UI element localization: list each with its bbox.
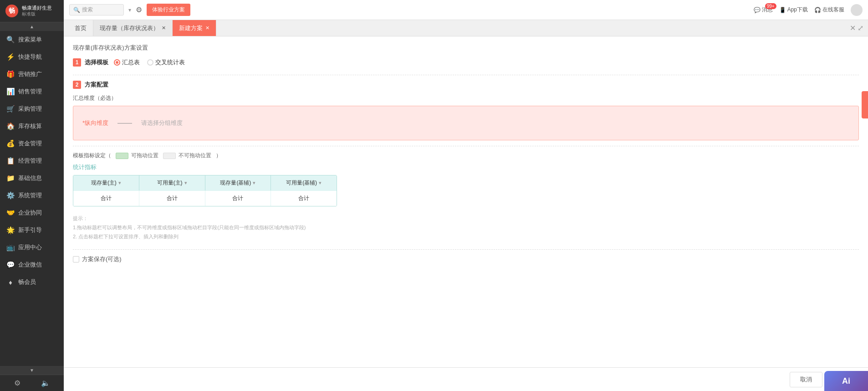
stats-col-header-2[interactable]: 现存量(基辅)▾ — [205, 175, 271, 190]
sidebar-item-13[interactable]: 💬企业微信 — [0, 256, 64, 273]
nav-icon-5: 🏠 — [6, 122, 15, 130]
sidebar-item-10[interactable]: 🤝企业协同 — [0, 204, 64, 221]
topbar-settings-icon[interactable]: ⚙ — [136, 5, 142, 14]
radio-summary[interactable]: 汇总表 — [114, 58, 140, 67]
tabbar: 首页 现存量（库存状况表） ✕ 新建方案 ✕ ✕ ⤢ — [64, 20, 868, 36]
sidebar-item-6[interactable]: 💰资金管理 — [0, 135, 64, 152]
stats-col-header-0[interactable]: 现存量(主)▾ — [73, 175, 139, 190]
app-version: 标准版 — [22, 11, 52, 17]
sidebar-item-3[interactable]: 📊销售管理 — [0, 83, 64, 100]
dimension-arrow: —— — [117, 119, 132, 127]
nav-icon-11: 🌟 — [6, 226, 15, 234]
sidebar-item-4[interactable]: 🛒采购管理 — [0, 100, 64, 118]
template-radio-group: 汇总表 交叉统计表 — [114, 58, 185, 67]
sidebar-item-7[interactable]: 📋经营管理 — [0, 152, 64, 170]
stats-col-header-3[interactable]: 可用量(基辅)▾ — [271, 175, 337, 190]
topbar: 🔍 搜索 ▾ ⚙ 体验行业方案 💬 消息 99+ 📱 App下载 🎧 在线客服 — [64, 0, 868, 20]
sidebar-item-9[interactable]: ⚙️系统管理 — [0, 187, 64, 204]
nav-label-14: 畅会员 — [18, 278, 36, 286]
nav-icon-1: ⚡ — [6, 53, 15, 61]
nav-label-4: 采购管理 — [18, 105, 42, 113]
settings-icon[interactable]: ⚙ — [14, 379, 20, 387]
search-box[interactable]: 🔍 搜索 — [69, 4, 124, 15]
nav-label-6: 资金管理 — [18, 139, 42, 148]
tab-home-label: 首页 — [75, 24, 87, 32]
nav-icon-4: 🛒 — [6, 105, 15, 113]
user-profile[interactable] — [851, 4, 863, 16]
search-icon: 🔍 — [73, 7, 80, 13]
trial-button[interactable]: 体验行业方案 — [147, 4, 190, 16]
tab-home[interactable]: 首页 — [68, 20, 93, 36]
nav-label-1: 快捷导航 — [18, 53, 42, 61]
sidebar-item-14[interactable]: ♦畅会员 — [0, 273, 64, 291]
radio-cross-label: 交叉统计表 — [155, 58, 185, 67]
nav-label-5: 库存核算 — [18, 122, 42, 130]
nav-icon-10: 🤝 — [6, 209, 15, 217]
messages-button[interactable]: 💬 消息 99+ — [754, 6, 773, 14]
tab-close-all-icon[interactable]: ✕ — [850, 24, 856, 32]
cancel-button[interactable]: 取消 — [790, 372, 822, 387]
indicator-settings-label: 模板指标设定（ 可拖动位置 不可拖动位置 ） — [73, 152, 859, 159]
user-avatar — [851, 4, 863, 16]
nav-icon-12: 📺 — [6, 243, 15, 252]
radio-cross-dot — [147, 59, 153, 66]
right-strip[interactable] — [862, 91, 868, 118]
tips-item2: 2. 点击标题栏下拉可设置排序、插入列和删除列 — [73, 234, 179, 239]
service-icon: 🎧 — [814, 7, 821, 13]
stats-cell-1: 合计 — [139, 191, 205, 206]
nav-label-3: 销售管理 — [18, 87, 42, 96]
step2-header: 2 方案配置 — [73, 81, 859, 89]
tab-inventory-close-icon[interactable]: ✕ — [162, 25, 166, 31]
save-scheme-checkbox[interactable] — [73, 256, 79, 262]
dimension-required-label: *纵向维度 — [82, 119, 108, 127]
sidebar-item-12[interactable]: 📺应用中心 — [0, 239, 64, 256]
sidebar-bottom: ⚙ 🔈 — [0, 375, 64, 391]
stats-cell-0: 合计 — [73, 191, 139, 206]
stats-col-label-0: 现存量(主) — [91, 179, 117, 187]
step2-section: 2 方案配置 汇总维度（必选） *纵向维度 —— 请选择分组维度 模板指标设定（ — [73, 81, 859, 241]
nav-label-12: 应用中心 — [18, 243, 42, 252]
sidebar-item-2[interactable]: 🎁营销推广 — [0, 66, 64, 83]
stats-cell-2: 合计 — [205, 191, 271, 206]
tab-new-plan-label: 新建方案 — [179, 24, 203, 32]
content-inner: 现存量(库存状况表)方案设置 1 选择模板 汇总表 交叉统计表 — [64, 36, 868, 367]
sidebar-scroll-down[interactable]: ▼ — [0, 366, 64, 375]
stats-table-header: 现存量(主)▾可用量(主)▾现存量(基辅)▾可用量(基辅)▾ — [73, 175, 337, 190]
nav-label-10: 企业协同 — [18, 209, 42, 217]
app-download-button[interactable]: 📱 App下载 — [779, 6, 808, 14]
nav-label-8: 基础信息 — [18, 174, 42, 182]
service-button[interactable]: 🎧 在线客服 — [814, 6, 844, 14]
sidebar-item-1[interactable]: ⚡快捷导航 — [0, 48, 64, 66]
legend-not-draggable-label: 不可拖动位置 — [179, 152, 211, 159]
tab-expand-icon[interactable]: ⤢ — [858, 24, 863, 32]
radio-summary-label: 汇总表 — [122, 58, 140, 67]
stats-col-label-3: 可用量(基辅) — [286, 179, 317, 187]
nav-label-13: 企业微信 — [18, 261, 42, 269]
sidebar-item-0[interactable]: 🔍搜索菜单 — [0, 31, 64, 48]
sidebar-item-11[interactable]: 🌟新手引导 — [0, 221, 64, 239]
ai-fab-button[interactable]: Ai — [824, 371, 868, 391]
tips-item1: 1.拖动标题栏可以调整布局，不可跨维度或指标区域拖动栏目字段(只能在同一维度或指… — [73, 225, 306, 230]
summary-dimension-label: 汇总维度（必选） — [73, 94, 859, 102]
step1-header: 1 选择模板 汇总表 交叉统计表 — [73, 58, 859, 67]
tab-inventory[interactable]: 现存量（库存状况表） ✕ — [93, 20, 173, 36]
sidebar-item-5[interactable]: 🏠库存核算 — [0, 118, 64, 135]
tips-title: 提示： — [73, 216, 88, 221]
nav-icon-14: ♦ — [6, 278, 15, 286]
tab-new-plan[interactable]: 新建方案 ✕ — [173, 20, 216, 36]
dimension-placeholder[interactable]: 请选择分组维度 — [141, 119, 183, 127]
tab-new-plan-close-icon[interactable]: ✕ — [205, 25, 209, 31]
nav-icon-8: 📁 — [6, 174, 15, 182]
legend-not-draggable-item: 不可拖动位置 — [163, 152, 211, 159]
main-area: 🔍 搜索 ▾ ⚙ 体验行业方案 💬 消息 99+ 📱 App下载 🎧 在线客服 — [64, 0, 868, 391]
sidebar-item-8[interactable]: 📁基础信息 — [0, 170, 64, 187]
nav-label-0: 搜索菜单 — [18, 36, 42, 44]
stats-col-header-1[interactable]: 可用量(主)▾ — [139, 175, 205, 190]
sidebar-scroll-up[interactable]: ▲ — [0, 22, 64, 31]
topbar-chevron-icon[interactable]: ▾ — [128, 7, 131, 13]
radio-cross[interactable]: 交叉统计表 — [147, 58, 185, 67]
footer-bar: 取消 查询 — [64, 367, 868, 391]
sound-icon[interactable]: 🔈 — [41, 379, 50, 387]
topbar-right: 💬 消息 99+ 📱 App下载 🎧 在线客服 — [754, 4, 863, 16]
search-placeholder: 搜索 — [82, 6, 93, 14]
